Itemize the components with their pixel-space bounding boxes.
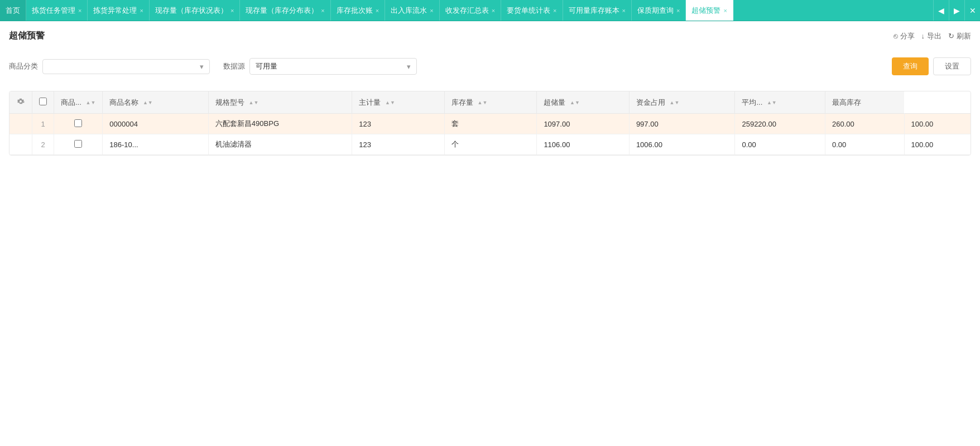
row-gear-cell xyxy=(9,134,32,155)
page-actions: ⎋ 分享 ↓ 导出 ↻ 刷新 xyxy=(893,31,972,41)
refresh-button[interactable]: ↻ 刷新 xyxy=(948,31,971,41)
nav-avail-ledger[interactable]: 可用量库存账本 × xyxy=(563,0,632,21)
nav-next-btn[interactable]: ▶ xyxy=(949,0,964,21)
sort-icon[interactable]: ▲▼ xyxy=(570,100,580,105)
col-header-maxstock: 最高库存 xyxy=(825,91,904,114)
nav-flow[interactable]: 出入库流水 × xyxy=(385,0,439,21)
row-code: 186-10... xyxy=(103,134,209,155)
nav-overstock[interactable]: 超储预警 × xyxy=(686,0,733,21)
row-overflow: 1006.00 xyxy=(629,134,735,155)
data-source-label: 数据源 xyxy=(223,61,245,71)
page-title: 超储预警 xyxy=(9,30,45,42)
gear-header xyxy=(9,91,32,114)
col-header-spec: 规格型号 ▲▼ xyxy=(208,91,352,114)
row-spec: 123 xyxy=(352,114,445,134)
export-button[interactable]: ↓ 导出 xyxy=(921,31,942,41)
row-checkbox-cell[interactable] xyxy=(54,134,103,155)
nav-inventory-status[interactable]: 现存量（库存状况表） × xyxy=(150,0,240,21)
nav-summary[interactable]: 收发存汇总表 × xyxy=(440,0,501,21)
nav-home[interactable]: 首页 xyxy=(0,0,26,21)
commodity-class-filter: 商品分类 ▾ xyxy=(9,59,210,74)
close-icon[interactable]: × xyxy=(676,7,680,14)
refresh-icon: ↻ xyxy=(948,32,954,40)
close-icon[interactable]: × xyxy=(140,7,143,14)
close-icon[interactable]: × xyxy=(492,7,495,14)
sort-icon[interactable]: ▲▼ xyxy=(385,100,395,105)
data-source-select[interactable]: 可用量 ▾ xyxy=(249,58,417,75)
row-name: 六配套新昌490BPG xyxy=(208,114,352,134)
row-code: 0000004 xyxy=(103,114,209,134)
share-icon: ⎋ xyxy=(893,32,898,40)
col-header-overflow: 超储量 ▲▼ xyxy=(537,91,630,114)
nav-exception[interactable]: 拣货异常处理 × xyxy=(88,0,149,21)
row-number: 1 xyxy=(32,114,54,134)
table-row: 2 186-10... 机油滤清器 123 个 1106.00 1006.00 … xyxy=(9,134,971,155)
col-header-capital: 资金占用 ▲▼ xyxy=(629,91,735,114)
page-header: 超储预警 ⎋ 分享 ↓ 导出 ↻ 刷新 xyxy=(9,30,971,42)
nav-prev-btn[interactable]: ◀ xyxy=(933,0,949,21)
commodity-class-label: 商品分类 xyxy=(9,61,38,71)
chevron-down-icon: ▾ xyxy=(407,62,411,71)
share-button[interactable]: ⎋ 分享 xyxy=(893,31,915,41)
col-header-avg: 平均... ▲▼ xyxy=(735,91,825,114)
close-icon[interactable]: × xyxy=(553,7,556,14)
row-maxstock: 100.00 xyxy=(904,114,971,134)
close-icon[interactable]: × xyxy=(622,7,626,14)
query-button[interactable]: 查询 xyxy=(892,57,929,75)
nav-close-btn[interactable]: ✕ xyxy=(964,0,980,21)
commodity-class-select[interactable]: ▾ xyxy=(42,59,210,74)
data-table-container: 商品... ▲▼ 商品名称 ▲▼ 规格型号 ▲▼ 主计量 ▲▼ xyxy=(9,91,971,156)
top-nav: 首页 拣货任务管理 × 拣货异常处理 × 现存量（库存状况表） × 现存量（库存… xyxy=(0,0,980,21)
close-icon[interactable]: × xyxy=(430,7,433,14)
nav-expiry[interactable]: 保质期查询 × xyxy=(632,0,686,21)
row-number: 2 xyxy=(32,134,54,155)
nav-batch-account[interactable]: 库存批次账 × xyxy=(331,0,385,21)
row-maxstock: 100.00 xyxy=(904,134,971,155)
gear-icon[interactable] xyxy=(16,97,25,106)
header-checkbox-cell[interactable] xyxy=(32,91,54,114)
nav-inventory-dist[interactable]: 现存量（库存分布表） × xyxy=(240,0,330,21)
sort-icon[interactable]: ▲▼ xyxy=(477,100,487,105)
col-header-unit: 主计量 ▲▼ xyxy=(352,91,445,114)
row-checkbox[interactable] xyxy=(74,119,82,127)
nav-task-mgmt[interactable]: 拣货任务管理 × xyxy=(26,0,88,21)
row-unit: 套 xyxy=(444,114,537,134)
close-icon[interactable]: × xyxy=(230,7,234,14)
chevron-down-icon: ▾ xyxy=(200,62,204,71)
nav-arrows: ◀ ▶ ✕ xyxy=(933,0,980,21)
table-body: 1 0000004 六配套新昌490BPG 123 套 1097.00 997.… xyxy=(9,114,971,155)
settings-button[interactable]: 设置 xyxy=(933,57,971,75)
table-row: 1 0000004 六配套新昌490BPG 123 套 1097.00 997.… xyxy=(9,114,971,134)
sort-icon[interactable]: ▲▼ xyxy=(670,100,680,105)
sort-icon[interactable]: ▲▼ xyxy=(767,100,777,105)
table-header-row: 商品... ▲▼ 商品名称 ▲▼ 规格型号 ▲▼ 主计量 ▲▼ xyxy=(9,91,971,114)
row-checkbox-cell[interactable] xyxy=(54,114,103,134)
row-gear-cell xyxy=(9,114,32,134)
filter-buttons: 查询 设置 xyxy=(892,57,971,75)
col-header-stock: 库存量 ▲▼ xyxy=(444,91,537,114)
row-avg: 0.00 xyxy=(825,134,904,155)
select-all-checkbox[interactable] xyxy=(39,98,47,105)
col-header-code: 商品... ▲▼ xyxy=(54,91,103,114)
row-capital: 259220.00 xyxy=(735,114,825,134)
export-icon: ↓ xyxy=(921,32,925,40)
nav-order-stats[interactable]: 要货单统计表 × xyxy=(501,0,563,21)
row-unit: 个 xyxy=(444,134,537,155)
data-source-value: 可用量 xyxy=(256,61,277,71)
close-icon[interactable]: × xyxy=(376,7,379,14)
filter-bar: 商品分类 ▾ 数据源 可用量 ▾ 查询 设置 xyxy=(9,51,971,82)
row-avg: 260.00 xyxy=(825,114,904,134)
row-capital: 0.00 xyxy=(735,134,825,155)
close-icon[interactable]: × xyxy=(78,7,81,14)
row-checkbox[interactable] xyxy=(74,140,82,148)
sort-icon[interactable]: ▲▼ xyxy=(248,100,258,105)
sort-icon[interactable]: ▲▼ xyxy=(85,100,95,105)
row-stock: 1106.00 xyxy=(537,134,630,155)
close-icon[interactable]: × xyxy=(321,7,324,14)
close-icon[interactable]: × xyxy=(723,7,727,14)
row-spec: 123 xyxy=(352,134,445,155)
row-name: 机油滤清器 xyxy=(208,134,352,155)
sort-icon[interactable]: ▲▼ xyxy=(143,100,153,105)
page-content: 超储预警 ⎋ 分享 ↓ 导出 ↻ 刷新 商品分类 ▾ 数据源 xyxy=(0,21,980,446)
data-table: 商品... ▲▼ 商品名称 ▲▼ 规格型号 ▲▼ 主计量 ▲▼ xyxy=(9,91,971,155)
